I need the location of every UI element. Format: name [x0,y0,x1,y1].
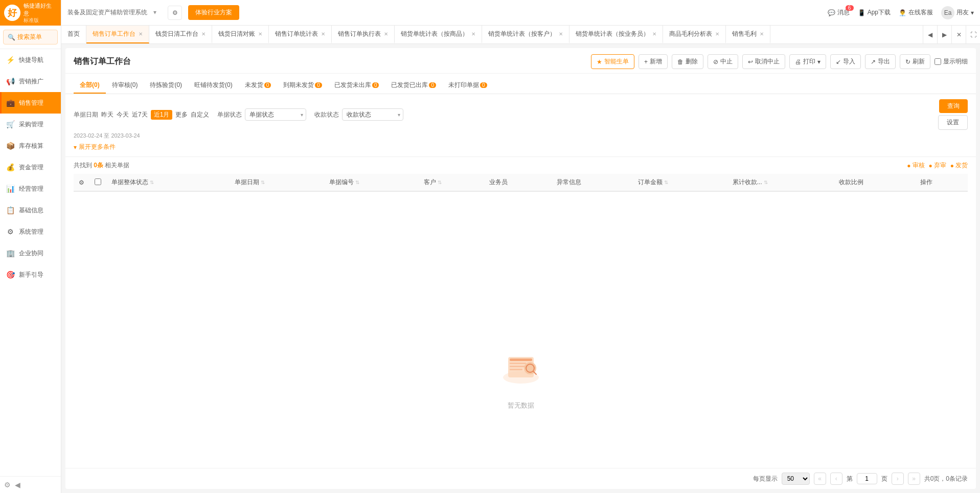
page-number-input[interactable] [857,473,877,484]
search-menu-button[interactable]: 🔍 搜索菜单 [3,30,58,44]
tab-cash-daily[interactable]: 钱货日清工作台 ✕ [149,26,212,43]
date-1month[interactable]: 近1月 [151,110,173,120]
online-service-button[interactable]: 👨‍💼 在线客服 [899,8,933,17]
tabbar-scroll-left[interactable]: ◀ [923,26,937,44]
review-button[interactable]: ● 审核 [907,161,924,170]
tabbar-fullscreen[interactable]: ⛶ [966,26,980,44]
sort-cumulative-icon: ⇅ [764,180,768,185]
select-all-checkbox[interactable] [95,178,101,185]
status-select[interactable]: 单据状态 [245,108,306,121]
user-menu-button[interactable]: Ea 用友 ▾ [941,6,974,19]
sort-number[interactable]: 单据编号 ⇅ [329,178,414,187]
add-button[interactable]: + 新增 [639,54,668,69]
topbar-settings-button[interactable]: ⚙ [168,6,182,20]
tabbar-close-all[interactable]: ✕ [951,26,966,44]
sidebar-item-sales[interactable]: 💼 销售管理 [0,92,61,114]
subtab-pending-check[interactable]: 待拣验货(0) [144,78,188,94]
date-yesterday[interactable]: 昨天 [101,110,113,119]
sidebar-item-marketing[interactable]: 📢 营销推广 [0,71,61,92]
col-exception: 异常信息 [552,174,633,191]
subtab-overdue-not-shipped[interactable]: 到期未发货0 [277,78,328,94]
show-detail-checkbox-label[interactable]: 显示明细 [935,57,968,66]
tab-close-sales-stats[interactable]: ✕ [321,31,325,37]
tab-sales-exec[interactable]: 销售订单执行表 ✕ [332,26,395,43]
page-size-select[interactable]: 50 20 100 200 [782,473,810,485]
tab-sale-stats-product[interactable]: 销货单统计表（按商品） ✕ [395,26,482,43]
tab-sale-stats-customer[interactable]: 销货单统计表（按客户） ✕ [482,26,569,43]
subtab-not-shipped[interactable]: 未发货0 [239,78,278,94]
tab-sales-profit[interactable]: 销售毛利 ✕ [726,26,770,43]
sort-customer[interactable]: 客户 ⇅ [424,178,480,187]
sidebar-item-quick-nav[interactable]: ⚡ 快捷导航 [0,49,61,71]
tab-close-sales-exec[interactable]: ✕ [384,31,388,37]
tab-sales-workbench[interactable]: 销售订单工作台 ✕ [86,26,149,43]
table-toolbar: ● 审核 ● 弃审 ● 发货 [907,161,968,170]
first-page-button[interactable]: « [814,473,826,485]
delete-button[interactable]: 🗑 删除 [672,54,703,69]
tab-close-sale-stats-staff[interactable]: ✕ [652,31,656,37]
tab-sales-stats[interactable]: 销售订单统计表 ✕ [269,26,332,43]
date-today[interactable]: 今天 [117,110,129,119]
sidebar-item-purchase[interactable]: 🛒 采购管理 [0,114,61,135]
last-page-button[interactable]: » [908,473,920,485]
tab-close-sales-workbench[interactable]: ✕ [139,31,143,37]
sort-amount[interactable]: 订单金额 ⇅ [638,178,722,187]
tab-home[interactable]: 首页 [61,26,86,43]
sidebar-item-inventory[interactable]: 📦 库存核算 [0,135,61,156]
stop-button[interactable]: ⊘ 中止 [708,54,738,69]
sidebar-settings-button[interactable]: ⚙ [4,481,11,489]
prev-page-button[interactable]: ‹ [830,473,842,485]
payment-select[interactable]: 收款状态 [342,108,403,121]
sidebar-item-enterprise[interactable]: 🏢 企业协同 [0,242,61,264]
sort-date[interactable]: 单据日期 ⇅ [235,178,319,187]
sidebar-collapse-button[interactable]: ◀ [15,481,20,489]
industry-solution-button[interactable]: 体验行业方案 [188,5,239,20]
sort-status[interactable]: 单据整体状态 ⇅ [111,178,224,187]
tabbar-scroll-right[interactable]: ▶ [937,26,951,44]
tab-close-cash-daily[interactable]: ✕ [201,31,206,37]
tab-close-gross-margin[interactable]: ✕ [715,31,719,37]
export-button[interactable]: ↗ 导出 [865,54,896,69]
sort-cumulative[interactable]: 累计收款... ⇅ [733,178,829,187]
page-container: 销售订单工作台 ★ 智能生单 + 新增 🗑 删除 ⊘ [65,48,976,489]
table-scroll[interactable]: ⚙ 单据整体状态 ⇅ [74,174,968,192]
print-button[interactable]: 🖨 打印 ▾ [789,54,826,69]
tab-close-sales-profit[interactable]: ✕ [760,31,764,37]
sidebar-item-finance[interactable]: 💰 资金管理 [0,156,61,178]
tab-close-sale-stats-product[interactable]: ✕ [471,31,475,37]
app-download-button[interactable]: 📱 App下载 [858,8,891,17]
subtab-not-printed[interactable]: 未打印单据0 [442,78,493,94]
refresh-button[interactable]: ↻ 刷新 [900,54,930,69]
show-detail-checkbox[interactable] [935,58,941,65]
import-button[interactable]: ↙ 导入 [830,54,861,69]
date-custom[interactable]: 自定义 [191,110,209,119]
tabbar: 首页 销售订单工作台 ✕ 钱货日清工作台 ✕ 钱货日清对账 ✕ 销售订单统计表 … [61,26,980,44]
subtab-all[interactable]: 全部(0) [74,78,106,94]
next-page-button[interactable]: › [892,473,904,485]
system-title-dropdown[interactable]: ▾ [153,9,162,17]
tab-cash-reconcile[interactable]: 钱货日清对账 ✕ [212,26,269,43]
ship-button[interactable]: ● 发货 [950,161,968,170]
query-button[interactable]: 查询 [939,99,968,113]
sidebar-item-basic-info[interactable]: 📋 基础信息 [0,199,61,221]
abandon-review-button[interactable]: ● 弃审 [929,161,946,170]
subtab-pending-review[interactable]: 待审核(0) [106,78,144,94]
date-7days[interactable]: 近7天 [132,110,148,119]
subtab-shipped-out[interactable]: 已发货已出库0 [385,78,442,94]
tab-sale-stats-staff[interactable]: 销货单统计表（按业务员） ✕ [569,26,663,43]
date-more[interactable]: 更多 [175,110,188,119]
tab-gross-margin[interactable]: 商品毛利分析表 ✕ [663,26,726,43]
subtab-wangpu-pending[interactable]: 旺铺待发货(0) [188,78,239,94]
tab-close-sale-stats-customer[interactable]: ✕ [559,31,563,37]
filter-settings-button[interactable]: 设置 [938,115,968,130]
expand-filter-button[interactable]: ▾ 展开更多条件 [74,143,968,151]
tab-close-cash-reconcile[interactable]: ✕ [258,31,262,37]
sidebar-item-operations[interactable]: 📊 经营管理 [0,178,61,199]
purchase-icon: 🛒 [6,120,15,129]
smart-generate-button[interactable]: ★ 智能生单 [591,54,634,69]
sidebar-item-system[interactable]: ⚙ 系统管理 [0,221,61,242]
sidebar-item-guide[interactable]: 🎯 新手引导 [0,264,61,285]
cancel-stop-button[interactable]: ↩ 取消中止 [742,54,785,69]
subtab-shipped-not-out[interactable]: 已发货未出库0 [328,78,385,94]
message-button[interactable]: 💬 消息 6 [828,8,850,17]
